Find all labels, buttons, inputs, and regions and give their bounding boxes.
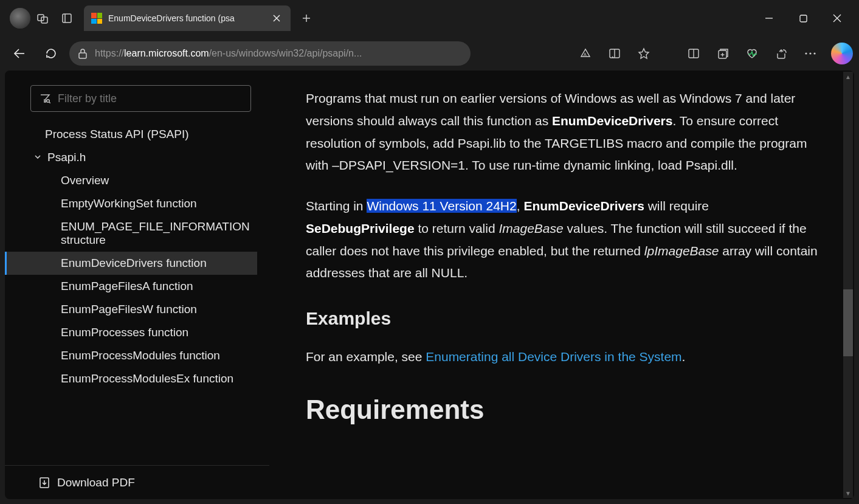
text: For an example, see [306, 350, 426, 364]
svg-rect-0 [38, 15, 44, 21]
address-bar[interactable]: https://learn.microsoft.com/en-us/window… [69, 41, 471, 66]
highlighted-text: Windows 11 Version 24H2 [367, 199, 516, 213]
browser-tab[interactable]: EnumDeviceDrivers function (psa [84, 5, 291, 31]
profile-avatar[interactable] [10, 8, 30, 29]
lock-icon [78, 48, 88, 59]
browser-toolbar: https://learn.microsoft.com/en-us/window… [0, 36, 859, 71]
nav-item-enumdevicedrivers[interactable]: EnumDeviceDrivers function [5, 252, 257, 275]
split-screen-icon[interactable] [680, 40, 707, 67]
svg-point-24 [805, 52, 807, 54]
svg-text:A: A [584, 52, 587, 57]
favorite-icon[interactable] [630, 40, 657, 67]
scroll-up-icon[interactable]: ▲ [843, 72, 853, 81]
svg-rect-13 [79, 53, 86, 58]
nav-item-enumprocessmodulesex[interactable]: EnumProcessModulesEx function [5, 367, 257, 390]
text: . [682, 350, 686, 364]
text-bold: EnumDeviceDrivers [523, 199, 644, 213]
heading-examples: Examples [306, 303, 818, 335]
svg-point-26 [813, 52, 815, 54]
text-bold: SeDebugPrivilege [306, 221, 415, 235]
titlebar: EnumDeviceDrivers function (psa [0, 0, 859, 36]
nav-item-psapi-root[interactable]: Process Status API (PSAPI) [5, 123, 257, 146]
close-tab-button[interactable] [270, 12, 283, 25]
browser-essentials-icon[interactable] [739, 40, 765, 67]
svg-rect-2 [63, 14, 71, 22]
filter-input[interactable] [58, 92, 242, 105]
page-scrollbar[interactable]: ▲ ▼ [843, 72, 853, 498]
refresh-button[interactable] [38, 40, 64, 67]
close-window-button[interactable] [820, 6, 854, 30]
tab-actions-icon[interactable] [55, 6, 79, 30]
paragraph-2: Starting in Windows 11 Version 24H2, Enu… [306, 195, 818, 285]
download-pdf-button[interactable]: Download PDF [5, 465, 269, 499]
text: to return valid [415, 221, 499, 235]
download-icon [39, 477, 50, 489]
collections-icon[interactable] [709, 40, 736, 67]
nav-item-psapi-h[interactable]: Psapi.h [5, 146, 257, 169]
reading-mode-icon[interactable] [601, 40, 628, 67]
download-pdf-label: Download PDF [57, 476, 135, 489]
url-text: https://learn.microsoft.com/en-us/window… [95, 48, 462, 59]
text-bold: EnumDeviceDrivers [552, 114, 672, 128]
text: , [517, 199, 524, 213]
tab-title: EnumDeviceDrivers function (psa [108, 13, 264, 23]
workspaces-icon[interactable] [30, 6, 55, 30]
svg-marker-17 [639, 49, 649, 58]
nav-tree[interactable]: Process Status API (PSAPI) Psapi.h Overv… [5, 123, 269, 465]
share-icon[interactable] [768, 40, 795, 67]
svg-point-25 [809, 52, 811, 54]
text-italic: lpImageBase [644, 244, 719, 258]
scrollbar-thumb[interactable] [843, 289, 853, 356]
nav-item-enumpagefilesw[interactable]: EnumPageFilesW function [5, 298, 257, 321]
svg-line-28 [49, 102, 50, 103]
text: will require [644, 199, 709, 213]
more-icon[interactable] [797, 40, 824, 67]
docs-sidebar: Process Status API (PSAPI) Psapi.h Overv… [5, 71, 269, 499]
maximize-button[interactable] [786, 6, 820, 30]
nav-item-enumpagefilesa[interactable]: EnumPageFilesA function [5, 275, 257, 298]
back-button[interactable] [6, 40, 33, 67]
link-enumerating-drivers[interactable]: Enumerating all Device Drivers in the Sy… [426, 350, 681, 364]
nav-item-overview[interactable]: Overview [5, 169, 257, 192]
svg-rect-1 [41, 17, 47, 23]
microsoft-favicon [91, 13, 102, 24]
text: Starting in [306, 199, 367, 213]
read-aloud-icon[interactable]: A [572, 40, 599, 67]
new-tab-button[interactable] [294, 6, 319, 30]
nav-item-enum-page-file-info[interactable]: ENUM_PAGE_FILE_INFORMATION structure [5, 215, 257, 252]
nav-item-enumprocesses[interactable]: EnumProcesses function [5, 321, 257, 344]
nav-item-emptyworkingset[interactable]: EmptyWorkingSet function [5, 192, 257, 215]
browser-window: EnumDeviceDrivers function (psa https://… [0, 0, 859, 504]
window-controls [752, 6, 854, 30]
paragraph-examples: For an example, see Enumerating all Devi… [306, 346, 818, 368]
paragraph-1: Programs that must run on earlier versio… [306, 88, 818, 177]
minimize-button[interactable] [752, 6, 786, 30]
svg-point-27 [47, 100, 50, 103]
text-italic: ImageBase [498, 221, 563, 235]
chevron-down-icon [34, 153, 41, 161]
nav-item-label: Psapi.h [47, 151, 86, 164]
heading-requirements: Requirements [306, 386, 818, 433]
filter-box[interactable] [30, 85, 251, 112]
article-body[interactable]: Programs that must run on earlier versio… [269, 71, 854, 499]
nav-item-enumprocessmodules[interactable]: EnumProcessModules function [5, 344, 257, 367]
page-content: Process Status API (PSAPI) Psapi.h Overv… [5, 71, 854, 499]
scroll-down-icon[interactable]: ▼ [843, 488, 853, 498]
filter-icon [40, 94, 50, 103]
svg-rect-9 [800, 15, 807, 22]
copilot-button[interactable] [831, 43, 853, 64]
